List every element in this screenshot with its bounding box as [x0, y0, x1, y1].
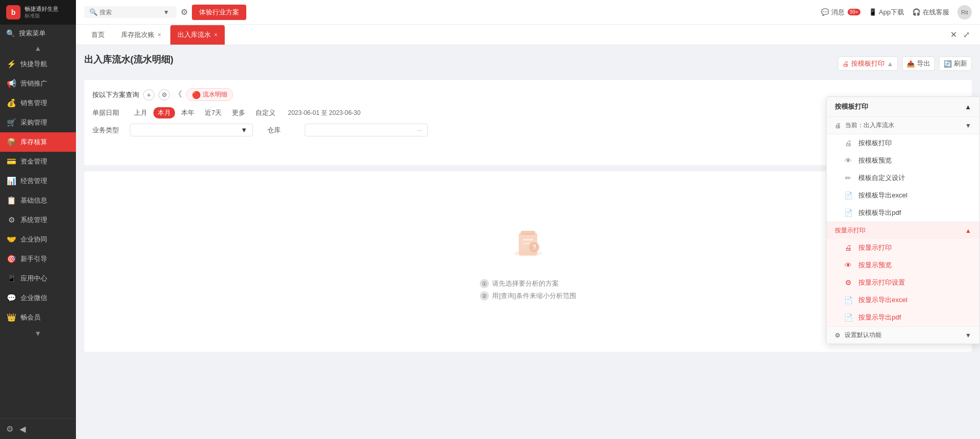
sidebar-item-business[interactable]: 📊 经营管理	[0, 171, 76, 191]
dp-display-item-icon: 📄	[843, 313, 853, 322]
filter-tag-item[interactable]: 🔴 流水明细	[186, 88, 233, 101]
dp-display-item-icon: 📄	[843, 296, 853, 304]
warehouse-more-icon: ···	[417, 126, 422, 134]
sidebar-label-coop: 企业协同	[21, 235, 47, 244]
tab-batch[interactable]: 库存批次账 ×	[114, 25, 168, 45]
warehouse-select[interactable]: ···	[305, 124, 428, 136]
sidebar-item-vip[interactable]: 👑 畅会员	[0, 308, 76, 327]
dp-display-item-按显示打印设置[interactable]: ⚙ 按显示打印设置	[827, 274, 979, 291]
sidebar-label-guide: 新手引导	[21, 254, 47, 264]
sidebar-label-marketing: 营销推广	[21, 79, 47, 88]
message-item[interactable]: 💬 消息 99+	[821, 8, 860, 17]
filter-collapse-chevron[interactable]: 《	[174, 89, 182, 100]
dp-display-item-按显示预览[interactable]: 👁 按显示预览	[827, 256, 979, 274]
dp-template-item-按模板打印[interactable]: 🖨 按模板打印	[827, 134, 979, 152]
dp-current-label: 当前：出入库流水	[845, 121, 894, 130]
tabs-left: 首页 库存批次账 × 出入库流水 ×	[84, 25, 225, 45]
sidebar-scroll-up[interactable]: ▲	[0, 42, 76, 54]
message-badge: 99+	[848, 9, 860, 15]
sidebar-item-system[interactable]: ⚙ 系统管理	[0, 210, 76, 230]
biz-type-value	[135, 126, 138, 134]
sidebar-items: ⚡ 快捷导航 📢 营销推广 💰 销售管理 🛒 采购管理 📦 库存核算 💳 资金管…	[0, 54, 76, 327]
dp-template-item-按模板导出excel[interactable]: 📄 按模板导出excel	[827, 187, 979, 204]
window-close-btn[interactable]: ✕	[948, 28, 959, 42]
topbar-gear-icon[interactable]: ⚙	[181, 7, 188, 17]
biz-type-select[interactable]: ▼	[130, 124, 253, 136]
sidebar-icon-sales: 💰	[6, 98, 16, 108]
settings-icon[interactable]: ⚙	[6, 424, 13, 434]
sidebar-icon-marketing: 📢	[6, 79, 16, 88]
dp-display-item-按显示打印[interactable]: 🖨 按显示打印	[827, 239, 979, 256]
collapse-sidebar-icon[interactable]: ◀	[19, 424, 26, 434]
export-label: 导出	[917, 59, 930, 68]
user-avatar-item[interactable]: Rit	[957, 5, 972, 19]
export-btn[interactable]: 📤 导出	[902, 56, 935, 71]
dp-header[interactable]: 按模板打印 ▲	[827, 97, 979, 117]
window-maximize-btn[interactable]: ⤢	[961, 28, 972, 42]
dp-current-header[interactable]: 🖨 当前：出入库流水 ▼	[827, 117, 979, 134]
filter-setting-btn[interactable]: ⚙	[159, 89, 170, 101]
page-actions-bar: 🖨 按模板打印 ▲ 📤 导出 🔄 刷新	[838, 56, 972, 71]
dp-display-item-按显示导出pdf[interactable]: 📄 按显示导出pdf	[827, 309, 979, 326]
app-logo-icon: b	[6, 5, 21, 19]
app-download-item[interactable]: 📱 App下载	[869, 8, 904, 17]
topbar-search-dropdown-icon[interactable]: ▼	[163, 9, 169, 16]
tab-current-close[interactable]: ×	[214, 31, 218, 38]
tab-current[interactable]: 出入库流水 ×	[170, 25, 225, 45]
dp-current-section: 🖨 当前：出入库流水 ▼	[827, 117, 979, 134]
dp-display-header[interactable]: 按显示打印 ▲	[827, 222, 979, 239]
date-shortcut-本月[interactable]: 本月	[153, 107, 175, 118]
date-shortcut-自定义[interactable]: 自定义	[251, 107, 280, 118]
sidebar-item-marketing[interactable]: 📢 营销推广	[0, 74, 76, 93]
sidebar-item-finance[interactable]: 💳 资金管理	[0, 152, 76, 171]
dp-template-item-按模板预览[interactable]: 👁 按模板预览	[827, 152, 979, 169]
sidebar-icon-purchase: 🛒	[6, 118, 16, 127]
print-label: 按模板打印	[851, 59, 885, 68]
topbar-search-input[interactable]	[100, 9, 161, 16]
date-range-text: 2023-06-01 至 2023-06-30	[288, 109, 360, 117]
dp-display-item-按显示导出excel[interactable]: 📄 按显示导出excel	[827, 291, 979, 309]
app-download-label: App下载	[879, 8, 904, 17]
date-shortcut-上月[interactable]: 上月	[130, 107, 151, 118]
dp-template-item-模板自定义设计[interactable]: ✏ 模板自定义设计	[827, 169, 979, 187]
filter-add-btn[interactable]: +	[143, 89, 154, 101]
dp-display-item-icon: 👁	[843, 261, 853, 269]
date-shortcut-本年[interactable]: 本年	[177, 107, 199, 118]
sidebar-icon-basic: 📋	[6, 196, 16, 205]
sidebar-item-quick-nav[interactable]: ⚡ 快捷导航	[0, 54, 76, 74]
dp-template-item-按模板导出pdf[interactable]: 📄 按模板导出pdf	[827, 204, 979, 222]
dp-footer[interactable]: ⚙ 设置默认功能 ▼	[827, 327, 979, 344]
tab-batch-close[interactable]: ×	[158, 31, 161, 38]
sidebar-item-basic[interactable]: 📋 基础信息	[0, 191, 76, 210]
page-title: 出入库流水(流水明细)	[84, 53, 173, 66]
refresh-btn[interactable]: 🔄 刷新	[939, 56, 972, 71]
tip-num-1: ①	[480, 279, 489, 288]
online-service-item[interactable]: 🎧 在线客服	[912, 8, 949, 17]
svg-rect-4	[523, 243, 530, 244]
trial-btn[interactable]: 体验行业方案	[192, 5, 246, 20]
tip-text-2: 用[查询]条件来缩小分析范围	[492, 291, 576, 301]
sidebar-icon-coop: 🤝	[6, 235, 16, 244]
sidebar-item-wecom[interactable]: 💬 企业微信	[0, 288, 76, 308]
print-btn[interactable]: 🖨 按模板打印 ▲	[838, 56, 898, 71]
sidebar-search-label: 搜索菜单	[19, 29, 46, 38]
dp-item-label: 按模板预览	[858, 156, 892, 165]
sidebar-item-coop[interactable]: 🤝 企业协同	[0, 230, 76, 249]
sidebar-label-basic: 基础信息	[21, 196, 47, 205]
date-shortcut-更多[interactable]: 更多	[228, 107, 249, 118]
sidebar-scroll-down[interactable]: ▼	[0, 327, 76, 340]
sidebar-item-sales[interactable]: 💰 销售管理	[0, 93, 76, 113]
sidebar-item-guide[interactable]: 🎯 新手引导	[0, 249, 76, 269]
tab-home[interactable]: 首页	[84, 25, 112, 45]
sidebar-item-inventory[interactable]: 📦 库存核算	[0, 132, 76, 152]
sidebar-search-item[interactable]: 🔍 搜索菜单	[0, 25, 76, 42]
svg-rect-3	[523, 239, 533, 241]
sidebar-item-purchase[interactable]: 🛒 采购管理	[0, 113, 76, 132]
topbar-search-box[interactable]: 🔍 ▼	[84, 6, 177, 18]
topbar-right: 💬 消息 99+ 📱 App下载 🎧 在线客服 Rit	[821, 5, 972, 19]
dp-footer-arrow: ▼	[965, 332, 971, 339]
sidebar-item-apps[interactable]: 📱 应用中心	[0, 269, 76, 288]
date-shortcut-近7天[interactable]: 近7天	[201, 107, 226, 118]
print-dropdown-arrow[interactable]: ▲	[887, 60, 893, 68]
app-name: 畅捷通好生意	[25, 5, 58, 12]
